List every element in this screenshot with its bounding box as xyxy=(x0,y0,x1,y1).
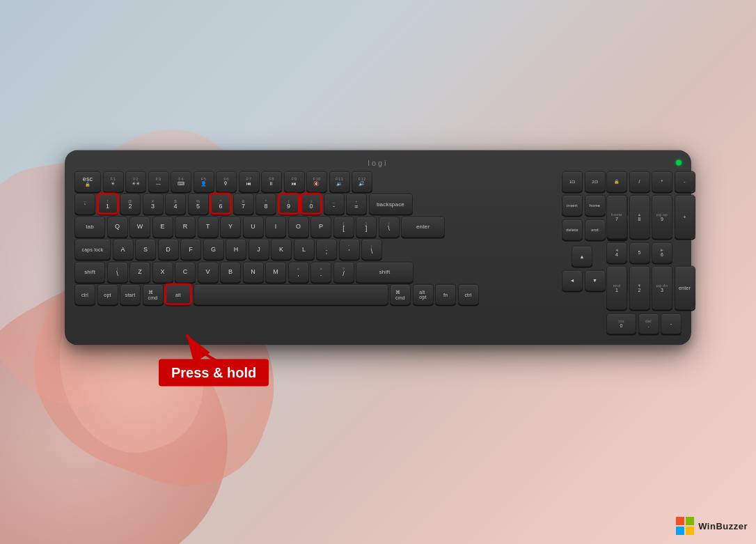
key-lalt[interactable]: alt xyxy=(165,284,191,305)
key-np7[interactable]: home7 xyxy=(606,195,627,239)
key-m[interactable]: M xyxy=(265,261,286,282)
key-home[interactable]: home xyxy=(585,195,606,216)
key-np6[interactable]: ►6 xyxy=(652,242,672,263)
key-q[interactable]: Q xyxy=(107,216,128,237)
key-np-minus[interactable]: - xyxy=(675,171,695,192)
key-a[interactable]: A xyxy=(113,239,134,260)
key-h[interactable]: H xyxy=(226,239,246,260)
key-f1[interactable]: F1☀ xyxy=(103,171,124,192)
key-i[interactable]: I xyxy=(265,216,286,237)
key-6[interactable]: ^6 xyxy=(210,194,231,215)
key-rshift[interactable]: shift xyxy=(356,261,414,282)
key-f8[interactable]: F8⏸ xyxy=(261,171,282,192)
key-o[interactable]: O xyxy=(288,216,309,237)
key-space[interactable] xyxy=(194,284,388,305)
key-0[interactable]: )0 xyxy=(301,194,322,215)
key-period[interactable]: >. xyxy=(310,261,331,282)
key-equals[interactable]: += xyxy=(346,194,367,215)
key-g[interactable]: G xyxy=(203,239,224,260)
key-p[interactable]: P xyxy=(310,216,331,237)
key-y[interactable]: Y xyxy=(220,216,241,237)
key-ralt[interactable]: altopt xyxy=(413,284,434,305)
key-semicolon[interactable]: :; xyxy=(316,239,337,260)
key-backslash[interactable]: |\ xyxy=(379,216,400,237)
key-np-star[interactable]: * xyxy=(652,171,672,192)
key-z[interactable]: Z xyxy=(129,261,150,282)
key-printscreen[interactable]: 1⊡ xyxy=(562,171,583,192)
key-r[interactable]: R xyxy=(175,216,196,237)
key-w[interactable]: W xyxy=(129,216,150,237)
key-backslash2[interactable]: |\ xyxy=(361,239,382,260)
key-lcmd[interactable]: ⌘cmd xyxy=(143,284,164,305)
key-f10[interactable]: F10🔇 xyxy=(306,171,327,192)
key-c[interactable]: C xyxy=(175,261,196,282)
key-tilde[interactable]: ~` xyxy=(74,194,95,215)
key-lshift[interactable]: shift xyxy=(74,261,105,282)
key-backspace[interactable]: backspace xyxy=(369,194,413,215)
key-v[interactable]: V xyxy=(198,261,219,282)
key-np3[interactable]: pg dn3 xyxy=(652,266,672,310)
key-np4[interactable]: ◄4 xyxy=(606,242,627,263)
key-np9[interactable]: pg up9 xyxy=(652,195,672,239)
key-esc[interactable]: esc🔒 xyxy=(74,171,101,192)
key-f[interactable]: F xyxy=(180,239,201,260)
key-4[interactable]: $4 xyxy=(165,194,186,215)
key-pipe[interactable]: |\ xyxy=(107,261,128,282)
key-down[interactable]: ▼ xyxy=(585,270,606,290)
key-b[interactable]: B xyxy=(220,261,241,282)
key-np-eq[interactable]: - xyxy=(661,313,682,334)
key-8[interactable]: *8 xyxy=(255,194,276,215)
key-insert[interactable]: insert xyxy=(562,195,583,216)
key-np0[interactable]: ins0 xyxy=(606,313,636,334)
key-np-plus[interactable]: + xyxy=(675,195,695,239)
key-f9[interactable]: F9⏭ xyxy=(284,171,305,192)
key-comma[interactable]: <, xyxy=(288,261,309,282)
key-f12[interactable]: F12🔊 xyxy=(352,171,372,192)
key-f7[interactable]: F7⏮ xyxy=(239,171,260,192)
key-np5[interactable]: 5 xyxy=(629,242,650,263)
key-up[interactable]: ▲ xyxy=(572,246,592,267)
key-quote[interactable]: "' xyxy=(339,239,360,260)
key-np2[interactable]: ▼2 xyxy=(629,266,650,310)
key-l[interactable]: L xyxy=(294,239,315,260)
key-np-slash[interactable]: / xyxy=(629,171,650,192)
key-enter[interactable]: enter xyxy=(401,216,445,237)
key-d[interactable]: D xyxy=(158,239,179,260)
key-f6[interactable]: F6🎙 xyxy=(216,171,237,192)
key-numlock[interactable]: 🔒 xyxy=(606,171,627,192)
key-np8[interactable]: ▲8 xyxy=(629,195,650,239)
key-e[interactable]: E xyxy=(152,216,173,237)
key-delete[interactable]: delete xyxy=(562,219,583,240)
key-np-enter[interactable]: enter xyxy=(675,266,695,310)
key-7[interactable]: &7 xyxy=(233,194,254,215)
key-end[interactable]: end xyxy=(585,219,606,240)
key-t[interactable]: T xyxy=(198,216,219,237)
key-lctrl[interactable]: ctrl xyxy=(74,284,95,305)
key-np-del[interactable]: del. xyxy=(638,313,659,334)
key-tab[interactable]: tab xyxy=(74,216,105,237)
key-x[interactable]: X xyxy=(152,261,173,282)
key-scrolllock[interactable]: 2⊡ xyxy=(585,171,606,192)
key-opt[interactable]: opt xyxy=(97,284,118,305)
key-f11[interactable]: F11🔉 xyxy=(329,171,350,192)
key-np1[interactable]: end1 xyxy=(606,266,627,310)
key-f5[interactable]: F5👤 xyxy=(194,171,214,192)
key-f3[interactable]: F3— xyxy=(148,171,169,192)
key-rcmd[interactable]: ⌘cmd xyxy=(390,284,411,305)
key-bracket-close[interactable]: }] xyxy=(356,216,377,237)
key-rctrl[interactable]: ctrl xyxy=(458,284,479,305)
key-bracket-open[interactable]: {[ xyxy=(333,216,354,237)
key-fn[interactable]: fn xyxy=(435,284,456,305)
key-3[interactable]: #3 xyxy=(143,194,164,215)
key-capslock[interactable]: caps lock xyxy=(74,239,111,260)
key-k[interactable]: K xyxy=(271,239,292,260)
key-9[interactable]: (9 xyxy=(278,194,299,215)
key-5[interactable]: %5 xyxy=(188,194,209,215)
key-1[interactable]: !1 xyxy=(97,194,118,215)
key-f2[interactable]: F2☀☀ xyxy=(125,171,146,192)
key-slash[interactable]: ?/ xyxy=(333,261,354,282)
key-s[interactable]: S xyxy=(135,239,156,260)
key-left[interactable]: ◄ xyxy=(562,270,583,290)
key-start[interactable]: start xyxy=(120,284,141,305)
key-f4[interactable]: F4⌨ xyxy=(171,171,191,192)
